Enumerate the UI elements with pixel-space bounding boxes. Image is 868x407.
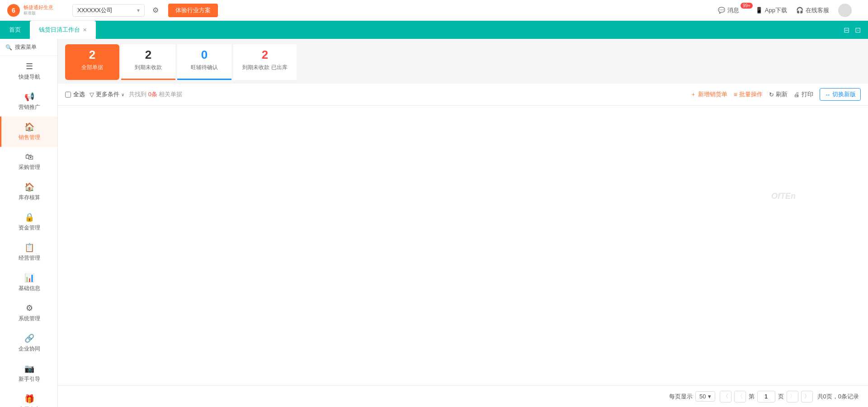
page-first-button[interactable]: 《 xyxy=(720,391,731,402)
sidebar-item-label: 销售管理 xyxy=(19,134,40,141)
stat-tab-all[interactable]: 2 全部单据 xyxy=(65,44,119,80)
batch-label: 批量操作 xyxy=(739,90,763,98)
sidebar-item-kucun[interactable]: 🏠 库存核算 xyxy=(0,177,57,207)
page-controls: 《 〈 第 页 〉 》 xyxy=(720,391,813,402)
stat-num-all: 2 xyxy=(74,48,110,62)
yingxiao-icon: 📢 xyxy=(24,92,34,102)
stat-num-wangfu: 0 xyxy=(186,48,222,62)
tab-close-icon[interactable]: ✕ xyxy=(83,27,87,33)
add-label: 新增销货单 xyxy=(698,90,727,98)
message-badge: 99+ xyxy=(741,3,753,9)
sidebar-item-zijin[interactable]: 🔒 资金管理 xyxy=(0,207,57,237)
per-page-arrow-icon: ▾ xyxy=(708,393,711,400)
message-action[interactable]: 💬 消息 99+ xyxy=(718,6,746,14)
page-number-input[interactable] xyxy=(757,391,775,402)
stat-label-overdue: 到期未收款 xyxy=(130,64,166,71)
sidebar-item-qiye[interactable]: 🔗 企业协同 xyxy=(0,328,57,358)
sidebar-item-label: 营销推广 xyxy=(19,103,40,111)
per-page-label: 每页显示 xyxy=(669,393,693,401)
stats-tabs: 2 全部单据 2 到期未收款 0 旺辅待确认 2 到期未收款 已出库 xyxy=(58,39,868,80)
more-filter-button[interactable]: ▽ 更多条件 ∨ xyxy=(90,90,124,98)
message-icon: 💬 xyxy=(718,7,725,14)
trial-button[interactable]: 体验行业方案 xyxy=(168,4,218,17)
print-label: 打印 xyxy=(802,90,813,98)
sidebar: 🔍 搜索菜单 ☰ 快捷导航 📢 营销推广 🏠 销售管理 🛍 采购管理 🏠 库存核… xyxy=(0,39,58,407)
tab-home-label: 首页 xyxy=(9,26,21,34)
app-download-icon: 📱 xyxy=(755,7,763,14)
stat-label-all: 全部单据 xyxy=(74,64,110,71)
stat-tab-overdue-shipped[interactable]: 2 到期未收款 已出库 xyxy=(233,44,297,80)
add-order-button[interactable]: ＋ 新增销货单 xyxy=(690,90,727,98)
switch-version-button[interactable]: ↔ 切换新版 xyxy=(820,88,861,101)
online-service-action[interactable]: 🎧 在线客服 xyxy=(796,6,829,14)
nav-icon: ☰ xyxy=(26,61,33,71)
per-page-dropdown[interactable]: 50 ▾ xyxy=(695,391,715,402)
jichu-icon: 📊 xyxy=(24,273,34,283)
yingyong-icon: 🎁 xyxy=(24,394,34,404)
sidebar-item-label: 采购管理 xyxy=(19,164,40,171)
sidebar-item-jingying[interactable]: 📋 经营管理 xyxy=(0,237,57,267)
window-controls: ⊟ ⊡ xyxy=(844,26,868,34)
sidebar-item-xitong[interactable]: ⚙ 系统管理 xyxy=(0,298,57,328)
found-text: 共找到 0条 相关单据 xyxy=(129,90,182,98)
refresh-button[interactable]: ↻ 刷新 xyxy=(769,90,788,98)
xinshou-icon: 📷 xyxy=(24,364,34,374)
page-next-button[interactable]: 〉 xyxy=(787,391,798,402)
settings-icon[interactable]: ⚙ xyxy=(148,3,163,18)
filter-arrow-icon: ∨ xyxy=(121,92,124,97)
search-menu-label: 搜索菜单 xyxy=(15,43,37,51)
filter-icon: ▽ xyxy=(90,91,94,98)
page-label: 第 xyxy=(749,393,755,401)
print-button[interactable]: 🖨 打印 xyxy=(794,90,813,98)
sidebar-item-xinshou[interactable]: 📷 新手引导 xyxy=(0,358,57,388)
switch-icon: ↔ xyxy=(825,91,830,98)
refresh-icon: ↻ xyxy=(769,91,774,98)
logo-area: 6 畅捷通好生意 标准版 xyxy=(7,4,65,17)
page-last-button[interactable]: 》 xyxy=(801,391,813,402)
sidebar-item-label: 新手引导 xyxy=(19,375,40,383)
tab-home[interactable]: 首页 xyxy=(0,21,30,39)
xiaoshou-icon: 🏠 xyxy=(24,122,34,132)
stat-tab-overdue[interactable]: 2 到期未收款 xyxy=(121,44,175,80)
sidebar-item-xiaoshou[interactable]: 🏠 销售管理 xyxy=(0,117,57,147)
sidebar-item-yingxiao[interactable]: 📢 营销推广 xyxy=(0,86,57,117)
company-selector[interactable]: XXXXXX公司 ▾ xyxy=(72,4,145,17)
stat-label-wangfu: 旺辅待确认 xyxy=(186,64,222,71)
sidebar-item-label: 企业协同 xyxy=(19,345,40,353)
search-menu[interactable]: 🔍 搜索菜单 xyxy=(0,39,57,56)
print-icon: 🖨 xyxy=(794,91,800,98)
select-all-input[interactable] xyxy=(65,92,71,98)
page-prev-button[interactable]: 〈 xyxy=(734,391,746,402)
tab-qian-huo[interactable]: 钱货日清工作台 ✕ xyxy=(30,21,96,39)
batch-operation-button[interactable]: ≡ 批量操作 xyxy=(734,90,763,98)
app-download-action[interactable]: 📱 App下载 xyxy=(755,6,787,14)
sidebar-item-yingyong[interactable]: 🎁 应用中心 xyxy=(0,388,57,407)
main-layout: 🔍 搜索菜单 ☰ 快捷导航 📢 营销推广 🏠 销售管理 🛍 采购管理 🏠 库存核… xyxy=(0,39,868,407)
per-page-value: 50 xyxy=(699,393,706,400)
minimize-icon[interactable]: ⊟ xyxy=(844,26,849,34)
kucun-icon: 🏠 xyxy=(24,182,34,192)
avatar[interactable] xyxy=(838,4,852,17)
sidebar-item-caigou[interactable]: 🛍 采购管理 xyxy=(0,147,57,177)
select-all-label: 全选 xyxy=(73,90,85,98)
stat-num-overdue: 2 xyxy=(130,48,166,62)
stat-tab-wangfu[interactable]: 0 旺辅待确认 xyxy=(177,44,231,80)
zijin-icon: 🔒 xyxy=(24,212,34,222)
add-icon: ＋ xyxy=(690,90,696,98)
content-area: 2 全部单据 2 到期未收款 0 旺辅待确认 2 到期未收款 已出库 xyxy=(58,39,868,407)
sidebar-item-label: 快捷导航 xyxy=(19,73,40,81)
refresh-label: 刷新 xyxy=(776,90,788,98)
table-area: OfTEn xyxy=(58,106,868,385)
pagination: 每页显示 50 ▾ 《 〈 第 页 〉 》 共0页，0条记录 xyxy=(58,385,868,407)
select-all-checkbox[interactable]: 全选 xyxy=(65,90,85,98)
maximize-icon[interactable]: ⊡ xyxy=(855,26,861,34)
sidebar-item-jichu[interactable]: 📊 基础信息 xyxy=(0,267,57,298)
toolbar-left: 全选 ▽ 更多条件 ∨ 共找到 0条 相关单据 xyxy=(65,90,182,98)
sidebar-item-kuaijie[interactable]: ☰ 快捷导航 xyxy=(0,56,57,86)
filter-label: 更多条件 xyxy=(96,90,119,98)
nav-tabs-bar: 首页 钱货日清工作台 ✕ ⊟ ⊡ xyxy=(0,21,868,39)
online-service-label: 在线客服 xyxy=(806,6,829,14)
search-icon: 🔍 xyxy=(5,44,12,51)
tab-qian-huo-label: 钱货日清工作台 xyxy=(39,26,80,34)
top-header: 6 畅捷通好生意 标准版 XXXXXX公司 ▾ ⚙ 体验行业方案 💬 消息 99… xyxy=(0,0,868,21)
